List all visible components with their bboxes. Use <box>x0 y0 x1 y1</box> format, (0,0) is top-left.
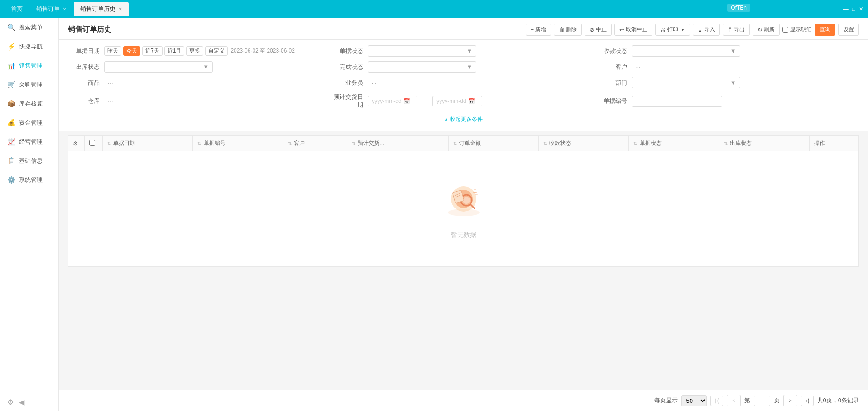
salesperson-filter: ··· <box>368 78 595 87</box>
sidebar-item-operations[interactable]: 📈 经营管理 <box>0 132 58 151</box>
salesperson-label: 业务员 <box>331 79 368 87</box>
col-bill-status[interactable]: ⇅ 单据状态 <box>629 136 719 151</box>
delivery-date-from[interactable]: yyyy-mm-dd 📅 <box>368 96 417 106</box>
delete-icon: 🗑 <box>559 26 565 33</box>
filter-row-4: 仓库 ··· 预计交货日期 yyyy-mm-dd 📅 — yyyy-mm-dd … <box>68 93 859 109</box>
filter-collapse-row: ∧ 收起更多条件 <box>68 114 859 125</box>
sidebar-item-inventory[interactable]: 📦 库存核算 <box>0 94 58 113</box>
col-delivery-status[interactable]: ⇅ 出库状态 <box>719 136 809 151</box>
cancel-stop-button[interactable]: ↩ 取消中止 <box>614 24 652 36</box>
date-today[interactable]: 今天 <box>123 46 140 56</box>
calendar-icon-from: 📅 <box>403 98 410 104</box>
sort-amount-icon: ⇅ <box>453 141 457 146</box>
window-close[interactable]: ✕ <box>859 6 863 12</box>
main-layout: 🔍 搜索菜单 ⚡ 快捷导航 📊 销售管理 🛒 采购管理 📦 库存核算 💰 资金管… <box>0 18 868 411</box>
sidebar-item-sales[interactable]: 📊 销售管理 <box>0 56 58 75</box>
table-settings-col[interactable]: ⚙ <box>68 136 85 151</box>
window-maximize[interactable]: □ <box>852 6 855 12</box>
sidebar-item-base-info[interactable]: 📋 基础信息 <box>0 151 58 170</box>
refresh-button[interactable]: ↻ 刷新 <box>753 24 780 36</box>
sort-billno-icon: ⇅ <box>197 141 201 146</box>
select-all-checkbox[interactable] <box>89 140 95 146</box>
date-more[interactable]: 更多 <box>186 46 203 56</box>
customer-label: 客户 <box>595 63 632 71</box>
sidebar: 🔍 搜索菜单 ⚡ 快捷导航 📊 销售管理 🛒 采购管理 📦 库存核算 💰 资金管… <box>0 18 59 411</box>
tab-sales-order-history[interactable]: 销售订单历史 ✕ <box>74 2 129 16</box>
sidebar-settings-icon[interactable]: ⚙ <box>7 398 14 406</box>
sidebar-collapse-icon[interactable]: ◀ <box>19 398 24 406</box>
date-7days[interactable]: 近7天 <box>142 46 163 56</box>
often-badge: OfTEn <box>727 4 750 12</box>
col-date[interactable]: ⇅ 单据日期 <box>103 136 193 151</box>
tab-close-history[interactable]: ✕ <box>118 6 122 12</box>
product-picker[interactable]: ··· <box>104 78 117 87</box>
date-yesterday[interactable]: 昨天 <box>104 46 121 56</box>
add-button[interactable]: + 新增 <box>526 24 551 36</box>
export-button[interactable]: ⤒ 导出 <box>723 24 750 36</box>
tab-home[interactable]: 首页 <box>5 2 29 16</box>
print-button[interactable]: 🖨 打印 ▼ <box>655 24 690 36</box>
sort-bill-status-icon: ⇅ <box>633 141 637 146</box>
print-dropdown-icon: ▼ <box>681 27 685 32</box>
col-action: 操作 <box>810 136 859 151</box>
window-minimize[interactable]: — <box>843 6 849 12</box>
dept-label: 部门 <box>595 79 632 87</box>
show-detail-checkbox[interactable] <box>782 27 788 33</box>
customer-picker[interactable]: ··· <box>632 63 644 72</box>
top-bar-right: — □ ✕ <box>843 6 863 12</box>
query-button[interactable]: 查询 <box>815 24 835 36</box>
settings-gear-icon[interactable]: ⚙ <box>73 140 78 147</box>
col-payment-status[interactable]: ⇅ 收款状态 <box>538 136 628 151</box>
sidebar-item-quicknav[interactable]: ⚡ 快捷导航 <box>0 37 58 56</box>
sidebar-item-system[interactable]: ⚙️ 系统管理 <box>0 170 58 189</box>
sidebar-item-purchase[interactable]: 🛒 采购管理 <box>0 75 58 94</box>
salesperson-picker[interactable]: ··· <box>368 78 380 87</box>
col-customer[interactable]: ⇅ 客户 <box>283 136 347 151</box>
sort-customer-icon: ⇅ <box>288 141 292 146</box>
import-button[interactable]: ⤓ 导入 <box>693 24 720 36</box>
bill-status-select[interactable]: ▼ <box>368 45 476 57</box>
date-filter-input: 昨天 今天 近7天 近1月 更多 自定义 2023-06-02 至 2023-0… <box>104 46 331 56</box>
collapse-button[interactable]: ∧ 收起更多条件 <box>444 114 483 125</box>
import-icon: ⤓ <box>698 26 703 33</box>
dept-dropdown-icon: ▼ <box>730 79 736 86</box>
date-range-text: 2023-06-02 至 2023-06-02 <box>230 47 294 55</box>
warehouse-picker[interactable]: ··· <box>104 97 117 106</box>
col-amount[interactable]: ⇅ 订单金额 <box>448 136 538 151</box>
next-page-button[interactable]: ＞ <box>783 395 797 406</box>
col-delivery[interactable]: ⇅ 预计交货... <box>347 136 448 151</box>
content-area: 销售订单历史 + 新增 🗑 删除 ⊘ 中止 ↩ 取消中止 <box>59 18 868 411</box>
tab-sales-order[interactable]: 销售订单 ✕ <box>30 2 73 16</box>
page-size-label: 每页显示 <box>654 396 678 405</box>
tab-close-sales-order[interactable]: ✕ <box>62 6 67 12</box>
settings-button[interactable]: 设置 <box>838 24 859 36</box>
prev-page-button[interactable]: ＜ <box>727 395 741 406</box>
sidebar-item-search[interactable]: 🔍 搜索菜单 <box>0 18 58 37</box>
stop-button[interactable]: ⊘ 中止 <box>585 24 612 36</box>
bill-status-dropdown-icon: ▼ <box>466 48 472 54</box>
first-page-button[interactable]: ⟨⟨ <box>710 396 723 406</box>
filter-row-2: 出库状态 ▼ 完成状态 ▼ 客户 ··· <box>68 61 859 73</box>
purchase-icon: 🛒 <box>7 81 15 89</box>
expected-delivery-label: 预计交货日期 <box>331 93 368 109</box>
sort-date-icon: ⇅ <box>107 141 111 146</box>
page-unit: 页 <box>774 396 780 405</box>
add-icon: + <box>531 26 534 33</box>
complete-status-select[interactable]: ▼ <box>368 61 476 73</box>
sidebar-item-finance[interactable]: 💰 资金管理 <box>0 113 58 132</box>
col-bill-no[interactable]: ⇅ 单据编号 <box>193 136 283 151</box>
dept-select[interactable]: ▼ <box>632 77 740 88</box>
filter-row-1: 单据日期 昨天 今天 近7天 近1月 更多 自定义 2023-06-02 至 2… <box>68 45 859 57</box>
top-bar: 首页 销售订单 ✕ 销售订单历史 ✕ — □ ✕ OfTEn <box>0 0 868 18</box>
payment-status-select[interactable]: ▼ <box>632 45 740 57</box>
delivery-status-select[interactable]: ▼ <box>104 61 213 73</box>
page-size-select[interactable]: 20 50 100 <box>681 395 707 406</box>
delete-button[interactable]: 🗑 删除 <box>554 24 582 36</box>
last-page-button[interactable]: ⟩⟩ <box>801 396 814 406</box>
bill-no-input[interactable] <box>632 96 722 107</box>
current-page-input[interactable]: 1 <box>754 396 770 406</box>
date-1month[interactable]: 近1月 <box>164 46 185 56</box>
show-detail-checkbox-label[interactable]: 显示明细 <box>782 26 812 34</box>
date-custom[interactable]: 自定义 <box>205 46 228 56</box>
delivery-date-to[interactable]: yyyy-mm-dd 📅 <box>432 96 482 106</box>
